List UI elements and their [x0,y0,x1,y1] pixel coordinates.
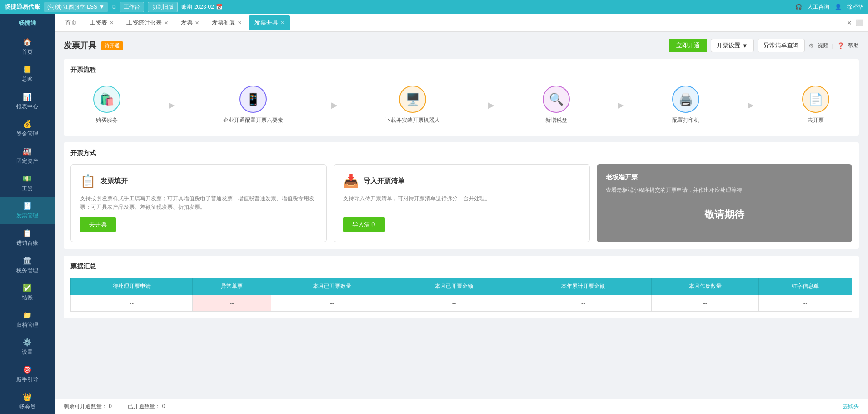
tab-salary-table[interactable]: 工资表✕ [84,15,120,30]
summary-cell-1: -- [193,295,271,312]
method-cards: 📋 发票填开 支持按照发票样式手工填写开发票；可开具增值税电子普通发票、增值税普… [70,164,852,242]
assets-icon: 🏭 [23,147,32,156]
summary-cell-6: -- [759,295,852,312]
sidebar-label-invoice: 发票管理 [16,212,38,220]
flow-steps: 🛍️ 购买服务 ▶ 📱 企业开通配置开票六要素 ▶ 🖥️ 下载并安装开票机器人 … [70,81,852,129]
sidebar-item-home[interactable]: 🏠首页 [0,33,55,61]
top-bar: 畅捷通易代账 (勾创) 江西服室-LSS ▼ ⧉ 工作台 切到旧版 账期 202… [0,0,868,14]
abnormal-query-button[interactable]: 异常清单查询 [758,39,805,52]
sidebar-label-settings: 设置 [22,348,33,356]
invoice-icon: 🧾 [23,202,32,210]
restore-window-icon[interactable]: ⬜ [856,19,863,26]
sidebar-item-member[interactable]: 👑畅会员 [0,388,55,414]
sidebar-label-reports: 报表中心 [16,103,38,111]
remaining-label: 剩余可开通数量： [64,403,107,409]
tab-close-salary-table[interactable]: ✕ [110,20,114,26]
tab-salary-report[interactable]: 工资统计报表✕ [120,15,174,30]
copy-icon[interactable]: ⧉ [112,4,116,10]
help-label[interactable]: 帮助 [848,42,859,50]
sidebar-label-salary: 工资 [22,185,33,192]
flow-step-open-invoice[interactable]: 📄 去开票 [802,86,829,124]
tab-close-invoice-calc[interactable]: ✕ [238,20,242,26]
flow-arrow-0: ▶ [169,100,175,110]
go-open-invoice-button[interactable]: 去开票 [80,217,116,232]
summary-col-header: 红字信息单 [759,278,852,295]
tax-icon: 🏛️ [23,256,32,265]
workspace-button[interactable]: 工作台 [120,2,144,12]
sidebar-item-assets[interactable]: 🏭固定资产 [0,142,55,170]
customer-service-label[interactable]: 人工咨询 [808,3,829,11]
sidebar-label-member: 畅会员 [19,403,35,411]
coming-soon-text: 敬请期待 [606,208,843,222]
flow-step-download-robot[interactable]: 🖥️ 下载并安装开票机器人 [385,86,440,124]
opened-label: 已开通数量： [128,403,160,409]
sidebar-item-tax[interactable]: 🏛️税务管理 [0,252,55,279]
fill-invoice-action: 去开票 [80,217,317,232]
flow-arrow-1: ▶ [331,100,338,110]
sidebar-item-closing[interactable]: ✅结账 [0,279,55,306]
sidebar-item-archive[interactable]: 📁归档管理 [0,306,55,333]
flow-step-config-enterprise[interactable]: 📱 企业开通配置开票六要素 [223,86,283,124]
sidebar-item-guide[interactable]: 🎯新手引导 [0,361,55,388]
tab-label-invoice-calc: 发票测算 [212,19,235,27]
tab-invoice-calc[interactable]: 发票测算✕ [206,15,248,30]
flow-arrow-2: ▶ [488,100,494,110]
flow-step-add-tax[interactable]: 🔍 新增税盘 [543,86,570,124]
flow-step-label-add-tax: 新增税盘 [545,116,567,124]
content-area: 首页工资表✕工资统计报表✕发票✕发票测算✕发票开具✕ ✕ ⬜ 发票开具 待开通 … [55,14,868,414]
view-label[interactable]: 视频 [818,42,828,50]
method-card-import: 📥 导入开票清单 支持导入待开票清单，可对待开票清单进行拆分、合并处理。 导入清… [334,164,590,242]
tab-close-invoice[interactable]: ✕ [195,20,199,26]
buy-link[interactable]: 去购买 [843,403,859,409]
user-name[interactable]: 徐泽华 [847,3,863,11]
customer-service-icon: 🎧 [795,4,802,10]
help-icon[interactable]: ❓ [837,42,844,49]
fill-invoice-desc: 支持按照发票样式手工填写开发票；可开具增值税电子普通发票、增值税普通发票、增值税… [80,194,317,212]
sidebar-item-ledger[interactable]: 📒总账 [0,61,55,88]
top-bar-right: 🎧 人工咨询 👤 徐泽华 [795,3,863,11]
opened-value: 0 [162,403,165,409]
divider: | [832,42,833,49]
header-actions: 立即开通 开票设置 ▼ 异常清单查询 ⚙ 视频 | ❓ 帮助 [669,39,859,52]
sidebar-item-reports[interactable]: 📊报表中心 [0,88,55,115]
flow-step-label-config-enterprise: 企业开通配置开票六要素 [223,116,283,124]
summary-col-header: 待处理开票申请 [71,278,193,295]
fill-invoice-title: 发票填开 [100,177,128,186]
sidebar-item-salary[interactable]: 💵工资 [0,170,55,197]
period-selector[interactable]: 账期 2023-02 📅 [181,3,223,11]
tab-close-salary-report[interactable]: ✕ [164,20,168,26]
switch-old-button[interactable]: 切到旧版 [148,2,178,12]
tab-close-invoice-tool[interactable]: ✕ [280,20,284,26]
tab-bar-right: ✕ ⬜ [847,19,863,26]
member-icon: 👑 [23,393,32,401]
import-list-button[interactable]: 导入清单 [343,217,385,232]
reports-icon: 📊 [23,92,32,101]
app-logo: 畅捷通易代账 [5,3,40,11]
sidebar-label-assets: 固定资产 [16,157,38,165]
chevron-down-icon: ▼ [742,42,748,49]
tab-invoice[interactable]: 发票✕ [175,15,205,30]
tab-home[interactable]: 首页 [59,15,83,30]
closing-icon: ✅ [23,283,32,292]
summary-cell-4: -- [515,295,651,312]
import-invoice-icon: 📥 [343,174,359,189]
period-label: 账期 [181,3,192,11]
settings-icon[interactable]: ⚙ [808,42,814,49]
tab-invoice-tool[interactable]: 发票开具✕ [249,15,290,30]
tab-label-home: 首页 [65,19,77,27]
footer-right: 去购买 [843,403,859,410]
company-selector[interactable]: (勾创) 江西服室-LSS ▼ [44,2,108,12]
summary-col-header: 异常单票 [193,278,271,295]
sidebar-item-purchase[interactable]: 📋进销台账 [0,224,55,252]
ledger-icon: 📒 [23,65,32,74]
open-settings-button[interactable]: 开票设置 ▼ [711,39,754,52]
sidebar-item-invoice[interactable]: 🧾发票管理 [0,197,55,224]
close-window-icon[interactable]: ✕ [847,19,852,26]
flow-step-config-printer[interactable]: 🖨️ 配置打印机 [672,86,699,124]
main-layout: 畅捷通 🏠首页📒总账📊报表中心💰资金管理🏭固定资产💵工资🧾发票管理📋进销台账🏛️… [0,14,868,414]
period-value: 2023-02 [194,4,214,10]
sidebar-item-settings[interactable]: ⚙️设置 [0,333,55,361]
flow-step-buy-service[interactable]: 🛍️ 购买服务 [93,86,120,124]
immediate-open-button[interactable]: 立即开通 [669,39,707,52]
sidebar-item-capital[interactable]: 💰资金管理 [0,115,55,142]
